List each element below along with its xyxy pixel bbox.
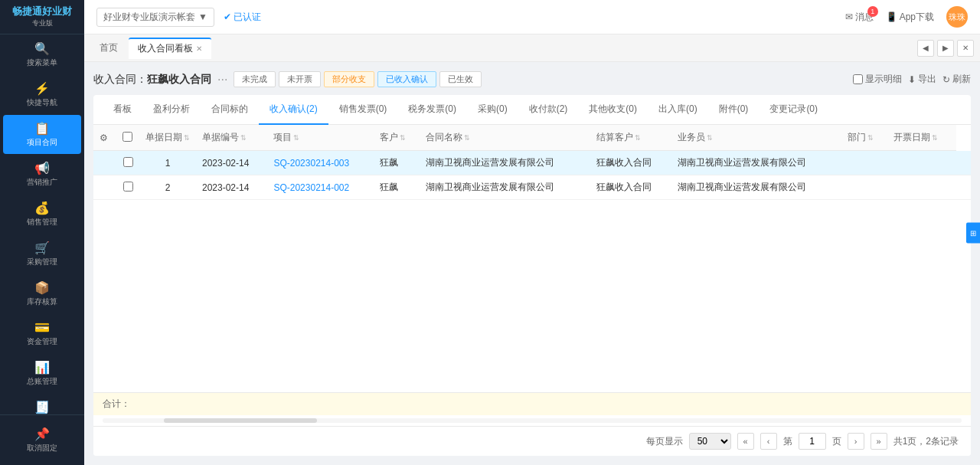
sidebar-item-项目合同[interactable]: 📋 项目合同	[3, 115, 81, 154]
inner-tab-盈利分析[interactable]: 盈利分析	[142, 95, 201, 125]
first-page-btn[interactable]: «	[737, 433, 754, 450]
logo-text: 畅捷通好业财	[12, 5, 72, 18]
sidebar-icon: 🧾	[34, 400, 50, 414]
tab-next-btn[interactable]: ▶	[937, 40, 954, 57]
message-btn[interactable]: ✉ 1 消息	[845, 11, 874, 24]
row-invoicedate	[956, 175, 971, 200]
sort-customer-icon[interactable]: ⇅	[400, 134, 406, 142]
message-icon: ✉	[845, 11, 853, 22]
inner-tab-采购[interactable]: 采购(0)	[467, 95, 518, 125]
sidebar-icon: 🛒	[34, 241, 50, 255]
inner-tab-合同标的[interactable]: 合同标的	[201, 95, 259, 125]
tab-home[interactable]: 首页	[90, 38, 127, 59]
row-checkbox[interactable]	[123, 157, 133, 167]
sidebar-label: 资金管理	[27, 336, 57, 347]
user-avatar[interactable]: 珠珠	[946, 6, 968, 28]
sidebar-item-发票管理[interactable]: 🧾 发票管理	[3, 394, 81, 414]
row-invoicedate	[956, 151, 971, 175]
inner-tab-收付款[interactable]: 收付款(2)	[518, 95, 579, 125]
last-page-btn[interactable]: »	[871, 433, 887, 450]
row-orderno[interactable]: SQ-20230214-002	[267, 175, 374, 200]
row-settle: 湖南卫视商业运营发展有限公司	[671, 151, 841, 175]
export-btn[interactable]: ⬇ 导出	[908, 73, 936, 86]
detail-checkbox-input[interactable]	[853, 74, 863, 84]
scrollbar-thumb[interactable]	[164, 418, 317, 423]
sort-contract-icon[interactable]: ⇅	[464, 134, 470, 142]
more-btn[interactable]: ···	[217, 73, 227, 87]
sort-settle-icon[interactable]: ⇅	[635, 134, 641, 142]
th-dept: 部门 ⇅	[841, 125, 887, 151]
next-page-btn[interactable]: ›	[848, 433, 864, 450]
current-page-input[interactable]	[799, 433, 826, 450]
row-customer: 湖南卫视商业运营发展有限公司	[420, 151, 590, 175]
row-settings	[93, 175, 116, 200]
th-settings: ⚙	[93, 125, 116, 151]
table-row[interactable]: 1 2023-02-14 SQ-20230214-003 狂飙 湖南卫视商业运营…	[93, 151, 971, 175]
sidebar-item-快捷导航[interactable]: ⚡ 快捷导航	[3, 75, 81, 114]
row-checkbox-cell[interactable]	[116, 151, 139, 175]
table-header-row: ⚙ 单据日期 ⇅	[93, 125, 971, 151]
inner-tab-销售发票[interactable]: 销售发票(0)	[328, 95, 398, 125]
order-link[interactable]: SQ-20230214-002	[273, 182, 349, 193]
pagination: 每页显示 50 20 100 « ‹ 第 页 ›	[93, 426, 971, 456]
show-detail-checkbox[interactable]: 显示明细	[853, 73, 902, 86]
page-header: 收入合同：狂飙收入合同 ··· 未完成未开票部分收支已收入确认已生效 显示明细 …	[93, 71, 971, 87]
status-btn-未完成[interactable]: 未完成	[234, 71, 276, 87]
inner-tab-附件[interactable]: 附件(0)	[708, 95, 760, 125]
inner-tab-税务发票[interactable]: 税务发票(0)	[397, 95, 467, 125]
tab-home-label: 首页	[100, 41, 118, 54]
select-all-checkbox[interactable]	[122, 132, 132, 142]
app-download-btn[interactable]: 📱 App下载	[886, 11, 934, 24]
tab-close-all-btn[interactable]: ✕	[957, 40, 974, 57]
sort-date-icon[interactable]: ⇅	[184, 134, 190, 142]
table-row[interactable]: 2 2023-02-14 SQ-20230214-002 狂飙 湖南卫视商业运营…	[93, 175, 971, 200]
tab-prev-btn[interactable]: ◀	[917, 40, 934, 57]
row-salesman	[841, 175, 887, 200]
status-btn-已收入确认[interactable]: 已收入确认	[377, 71, 436, 87]
sort-orderno-icon[interactable]: ⇅	[240, 134, 247, 142]
sidebar-item-库存核算[interactable]: 📦 库存核算	[3, 274, 81, 313]
verified-text: 已认证	[234, 11, 261, 24]
sidebar-unpin-btn[interactable]: 📌 取消固定	[6, 421, 78, 460]
th-invoicedate: 开票日期 ⇅	[887, 125, 956, 151]
th-settle-label: 结算客户	[596, 131, 633, 144]
status-btn-已生效[interactable]: 已生效	[439, 71, 482, 87]
status-btn-部分收支[interactable]: 部分收支	[324, 71, 374, 87]
per-page-select[interactable]: 50 20 100	[689, 433, 731, 450]
th-project-label: 项目	[273, 131, 292, 144]
sort-project-icon[interactable]: ⇅	[293, 134, 299, 142]
tab-contract-board[interactable]: 收入合同看板 ✕	[129, 38, 211, 59]
sidebar-item-销售管理[interactable]: 💰 销售管理	[3, 195, 81, 234]
order-link[interactable]: SQ-20230214-003	[273, 158, 349, 169]
sort-invoicedate-icon[interactable]: ⇅	[932, 134, 938, 142]
sidebar-item-营销推广[interactable]: 📢 营销推广	[3, 155, 81, 194]
row-checkbox[interactable]	[123, 182, 133, 192]
inner-tab-其他收支[interactable]: 其他收支(0)	[578, 95, 648, 125]
sidebar-item-总账管理[interactable]: 📊 总账管理	[3, 354, 81, 393]
th-settle: 结算客户 ⇅	[590, 125, 671, 151]
refresh-btn[interactable]: ↻ 刷新	[942, 73, 971, 86]
prev-page-btn[interactable]: ‹	[760, 433, 777, 450]
download-icon: 📱	[886, 11, 897, 22]
inner-tab-出入库[interactable]: 出入库(0)	[648, 95, 708, 125]
sort-dept-icon[interactable]: ⇅	[867, 134, 874, 142]
company-selector[interactable]: 好业财专业版演示帐套 ▼	[96, 8, 214, 27]
pin-icon: 📌	[34, 427, 50, 441]
sort-salesman-icon[interactable]: ⇅	[707, 134, 713, 142]
inner-tab-变更记录[interactable]: 变更记录(0)	[759, 95, 828, 125]
table-scrollbar[interactable]	[93, 415, 971, 426]
sidebar-item-采购管理[interactable]: 🛒 采购管理	[3, 234, 81, 273]
total-label: 合计：	[103, 398, 130, 411]
row-orderno[interactable]: SQ-20230214-003	[267, 151, 374, 175]
main-content: 好业财专业版演示帐套 ▼ ✔ 已认证 ✉ 1 消息 📱 App下载 珠珠 首页	[84, 0, 980, 465]
right-panel-toggle[interactable]: ⊞	[966, 222, 971, 243]
inner-tab-看板[interactable]: 看板	[103, 95, 142, 125]
inner-tab-收入确认[interactable]: 收入确认(2)	[259, 95, 328, 125]
status-btn-未开票[interactable]: 未开票	[279, 71, 321, 87]
sidebar-nav: 🔍 搜索菜单⚡ 快捷导航📋 项目合同📢 营销推广💰 销售管理🛒 采购管理📦 库存…	[0, 34, 84, 414]
settings-icon[interactable]: ⚙	[100, 133, 108, 143]
row-checkbox-cell[interactable]	[116, 175, 139, 200]
tab-close-icon[interactable]: ✕	[196, 44, 202, 53]
sidebar-item-资金管理[interactable]: 💳 资金管理	[3, 314, 81, 353]
sidebar-item-搜索菜单[interactable]: 🔍 搜索菜单	[3, 35, 81, 74]
